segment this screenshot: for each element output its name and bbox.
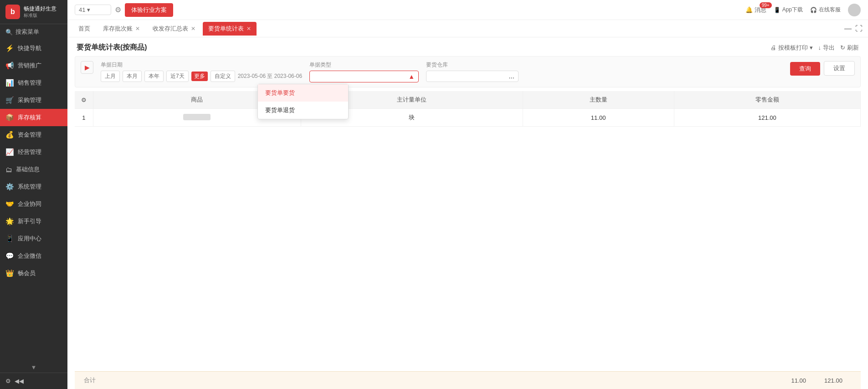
date-btn-this-year[interactable]: 本年 xyxy=(144,71,164,82)
tabs-actions: — ⛶ xyxy=(844,25,863,33)
tab-order-stats[interactable]: 要货单统计表 ✕ xyxy=(203,22,257,36)
dropdown-item-order-goods[interactable]: 要货单要货 xyxy=(258,84,348,102)
table-head: ⚙ 商品 主计量单位 主数量 零售金额 xyxy=(75,91,861,109)
dropdown-item-label: 要货单要货 xyxy=(265,89,295,96)
query-btn[interactable]: 查询 xyxy=(790,62,820,76)
order-type-input[interactable] xyxy=(313,73,406,80)
sidebar-item-marketing[interactable]: 📢 营销推广 xyxy=(0,57,67,74)
date-btn-more[interactable]: 更多 xyxy=(191,72,208,81)
sidebar: b 畅捷通好生意 标准版 🔍 搜索菜单 ⚡ 快捷导航 📢 营销推广 📊 销售管理… xyxy=(0,0,67,389)
sidebar-search-label: 搜索菜单 xyxy=(15,28,39,36)
filter-date-label: 单据日期 xyxy=(101,61,302,69)
sidebar-item-purchase[interactable]: 🛒 采购管理 xyxy=(0,92,67,109)
tab-order-stats-label: 要货单统计表 xyxy=(208,25,244,33)
sidebar-item-label: 资金管理 xyxy=(18,131,41,139)
tab-inventory-batch-close[interactable]: ✕ xyxy=(135,26,140,32)
branch-selector[interactable]: 41 ▾ xyxy=(75,5,111,15)
tab-inventory-batch[interactable]: 库存批次账 ✕ xyxy=(98,22,145,36)
sidebar-item-guide[interactable]: 🌟 新手引导 xyxy=(0,213,67,230)
sidebar-item-inventory[interactable]: 📦 库存核算 xyxy=(0,109,67,126)
logo-title: 畅捷通好生意 xyxy=(24,5,56,13)
sidebar-item-label: 应用中心 xyxy=(18,235,41,243)
date-range-display: 2023-05-06 至 2023-06-06 xyxy=(238,72,302,80)
data-table: ⚙ 商品 主计量单位 主数量 零售金额 1 块 11.00 xyxy=(75,91,861,127)
refresh-icon: ↻ xyxy=(840,44,845,51)
sidebar-collapse-btn[interactable]: ◀◀ xyxy=(15,378,24,384)
filter-order-type-group: 单据类型 ▲ xyxy=(309,61,419,82)
table-row: 1 块 11.00 121.00 xyxy=(75,109,861,127)
enterprise-icon: 🤝 xyxy=(5,200,14,208)
sidebar-item-finance[interactable]: 💰 资金管理 xyxy=(0,126,67,143)
tab-home[interactable]: 首页 xyxy=(73,22,96,36)
filter-warehouse-select[interactable]: … xyxy=(426,71,519,82)
sidebar-scroll-down[interactable]: ▼ xyxy=(0,362,67,373)
topbar-gear-icon[interactable]: ⚙ xyxy=(115,5,121,14)
sidebar-item-sales[interactable]: 📊 销售管理 xyxy=(0,74,67,92)
sidebar-item-base-info[interactable]: 🗂 基础信息 xyxy=(0,161,67,178)
filter-order-type-label: 单据类型 xyxy=(309,61,419,69)
filter-bar: ▶ 单据日期 上月 本月 本年 近7天 更多 自定义 2023-05-06 至 … xyxy=(75,56,861,87)
chevron-down-icon: ▾ xyxy=(810,44,813,51)
sidebar-item-wechat[interactable]: 💬 企业微信 xyxy=(0,247,67,265)
sidebar-item-vip[interactable]: 👑 畅会员 xyxy=(0,265,67,282)
filter-date-row: 上月 本月 本年 近7天 更多 自定义 2023-05-06 至 2023-06… xyxy=(101,71,302,82)
filter-warehouse-group: 要货仓库 … xyxy=(426,61,519,82)
quick-nav-icon: ⚡ xyxy=(5,44,14,52)
cell-amount: 121.00 xyxy=(674,109,860,127)
warehouse-input[interactable] xyxy=(430,73,507,80)
app-center-icon: 📱 xyxy=(5,235,14,243)
topbar-right: 🔔 99+ 消息 📱 App下载 🎧 在线客服 xyxy=(745,4,861,16)
tab-receivable-summary[interactable]: 收发存汇总表 ✕ xyxy=(147,22,201,36)
th-settings[interactable]: ⚙ xyxy=(75,91,93,109)
chevron-down-icon: ▾ xyxy=(87,6,90,13)
purchase-icon: 🛒 xyxy=(5,96,14,104)
inventory-icon: 📦 xyxy=(5,113,14,122)
notification-btn[interactable]: 🔔 99+ 消息 xyxy=(745,6,766,14)
page-actions: 🖨 按模板打印 ▾ ↓ 导出 ↻ 刷新 xyxy=(770,44,859,52)
chevron-up-icon: ▲ xyxy=(408,73,415,80)
sidebar-item-label: 销售管理 xyxy=(18,79,41,87)
sidebar-item-quick-nav[interactable]: ⚡ 快捷导航 xyxy=(0,40,67,57)
footer-quantity: 11.00 xyxy=(791,377,806,384)
dropdown-item-label: 要货单退货 xyxy=(265,107,295,113)
print-btn[interactable]: 🖨 按模板打印 ▾ xyxy=(770,44,813,52)
refresh-btn[interactable]: ↻ 刷新 xyxy=(840,44,859,52)
sidebar-item-label: 采购管理 xyxy=(18,96,41,104)
th-amount: 零售金额 xyxy=(674,91,860,109)
sidebar-item-enterprise[interactable]: 🤝 企业协同 xyxy=(0,195,67,213)
page-title: 要货单统计表(按商品) xyxy=(77,43,147,52)
date-btn-7days[interactable]: 近7天 xyxy=(166,71,189,82)
sidebar-item-label: 经营管理 xyxy=(18,148,41,156)
sidebar-nav: ⚡ 快捷导航 📢 营销推广 📊 销售管理 🛒 采购管理 📦 库存核算 💰 资金管… xyxy=(0,40,67,362)
date-btn-last-month[interactable]: 上月 xyxy=(101,71,120,82)
sidebar-item-system[interactable]: ⚙️ 系统管理 xyxy=(0,178,67,195)
sidebar-item-label: 系统管理 xyxy=(18,183,41,191)
sidebar-item-operations[interactable]: 📈 经营管理 xyxy=(0,143,67,161)
sidebar-item-app-center[interactable]: 📱 应用中心 xyxy=(0,230,67,247)
finance-icon: 💰 xyxy=(5,131,14,139)
sidebar-search[interactable]: 🔍 搜索菜单 xyxy=(0,24,67,40)
export-btn[interactable]: ↓ 导出 xyxy=(818,44,835,52)
topbar-left: 41 ▾ ⚙ 体验行业方案 xyxy=(75,3,740,17)
sidebar-settings[interactable]: ⚙ ◀◀ xyxy=(0,373,67,389)
tabs-minimize-btn[interactable]: — xyxy=(844,25,852,33)
table-body: 1 块 11.00 121.00 xyxy=(75,109,861,127)
user-avatar[interactable] xyxy=(848,4,861,16)
trial-btn[interactable]: 体验行业方案 xyxy=(125,3,173,17)
date-btn-custom[interactable]: 自定义 xyxy=(211,71,235,82)
tab-receivable-summary-close[interactable]: ✕ xyxy=(191,26,195,32)
more-options-icon: … xyxy=(508,73,514,80)
settings-btn[interactable]: 设置 xyxy=(824,61,855,76)
notification-badge: 99+ xyxy=(760,2,772,8)
filter-expand-btn[interactable]: ▶ xyxy=(81,61,93,74)
base-info-icon: 🗂 xyxy=(5,166,12,174)
tabs-expand-btn[interactable]: ⛶ xyxy=(855,25,863,33)
date-btn-this-month[interactable]: 本月 xyxy=(123,71,142,82)
tab-receivable-summary-label: 收发存汇总表 xyxy=(153,25,188,33)
dropdown-item-order-return[interactable]: 要货单退货 xyxy=(258,102,348,119)
online-service-btn[interactable]: 🎧 在线客服 xyxy=(810,6,841,14)
filter-order-type-select[interactable]: ▲ xyxy=(309,71,419,82)
tab-order-stats-close[interactable]: ✕ xyxy=(247,26,251,32)
marketing-icon: 📢 xyxy=(5,61,14,70)
app-download-btn[interactable]: 📱 App下载 xyxy=(774,6,803,14)
